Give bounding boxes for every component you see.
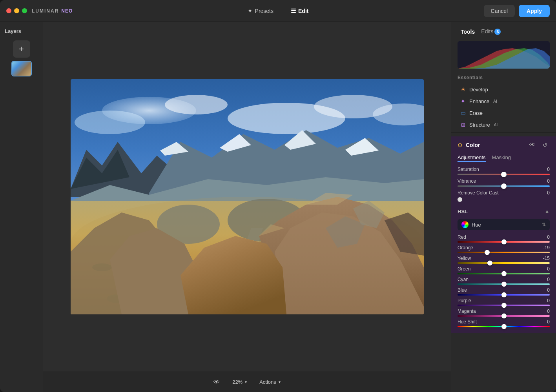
reset-icon[interactable]: ↺ [540, 140, 550, 150]
main-content: Layers + [0, 22, 556, 392]
structure-icon: ⊞ [460, 122, 466, 128]
hsl-green-thumb[interactable] [501, 271, 507, 276]
hsl-orange-row: Orange -19 [451, 244, 556, 254]
hsl-cyan-label: Cyan [458, 277, 468, 282]
title-center: ✦ Presets ☰ Edit [244, 5, 313, 17]
edit-label: Edit [298, 8, 308, 14]
hsl-green-track[interactable] [458, 273, 550, 274]
saturation-label-row: Saturation 0 [458, 167, 550, 172]
hsl-blue-label: Blue [458, 287, 467, 293]
hsl-magenta-row: Magenta 0 [451, 307, 556, 318]
canvas-container [43, 22, 451, 372]
tab-masking[interactable]: Masking [492, 154, 511, 162]
hsl-collapse-icon[interactable]: ▲ [544, 208, 550, 214]
remove-cast-dot[interactable] [458, 197, 462, 202]
remove-cast-value: 0 [540, 190, 550, 196]
hsl-red-value: 0 [540, 234, 550, 240]
vibrance-label-row: Vibrance 0 [458, 178, 550, 184]
hsl-cyan-value: 0 [540, 277, 550, 282]
hsl-header[interactable]: HSL ▲ [451, 205, 556, 218]
color-section-header[interactable]: ⊙ Color 👁 ↺ [451, 136, 556, 154]
visibility-toggle[interactable]: 👁 [210, 377, 223, 387]
hsl-purple-track[interactable] [458, 305, 550, 306]
hsl-orange-thumb[interactable] [485, 250, 490, 255]
edit-button[interactable]: ☰ Edit [287, 5, 312, 17]
zoom-control[interactable]: 22% ▾ [229, 377, 250, 387]
layer-thumb-image [12, 62, 31, 76]
hsl-purple-row: Purple 0 [451, 297, 556, 307]
svg-point-6 [75, 111, 145, 134]
close-button[interactable] [6, 8, 11, 13]
add-layer-button[interactable]: + [13, 40, 30, 58]
presets-icon: ✦ [248, 7, 253, 15]
hsl-yellow-track[interactable] [458, 262, 550, 264]
color-sub-tabs: Adjustments Masking [451, 154, 556, 165]
hsl-blue-thumb[interactable] [501, 292, 507, 298]
right-panel: Tools Edits6 Essentials [451, 22, 556, 392]
hsl-section: HSL ▲ Hue ⇅ [451, 203, 556, 333]
visibility-icon[interactable]: 👁 [528, 140, 537, 150]
layer-thumbnail[interactable] [11, 61, 32, 76]
remove-color-cast-row: Remove Color Cast 0 [451, 189, 556, 203]
traffic-lights [6, 8, 27, 13]
hsl-green-label: Green [458, 266, 470, 272]
vibrance-thumb[interactable] [501, 183, 507, 189]
tab-edits[interactable]: Edits6 [478, 27, 504, 36]
hsl-green-row: Green 0 [451, 265, 556, 276]
divider [451, 132, 556, 132]
hsl-hueshift-thumb[interactable] [501, 324, 507, 329]
remove-cast-label: Remove Color Cast [458, 190, 499, 196]
hsl-red-row: Red 0 [451, 233, 556, 244]
maximize-button[interactable] [22, 8, 27, 13]
apply-button[interactable]: Apply [519, 5, 550, 17]
hsl-selector-left: Hue [461, 221, 481, 228]
presets-label: Presets [255, 8, 273, 14]
hsl-red-track[interactable] [458, 241, 550, 243]
hsl-yellow-label: Yellow [458, 256, 471, 261]
tool-erase[interactable]: ▭ Erase [454, 107, 554, 119]
title-actions: Cancel Apply [484, 5, 550, 17]
tool-structure[interactable]: ⊞ Structure AI [454, 119, 554, 131]
hsl-yellow-thumb[interactable] [487, 261, 492, 266]
saturation-thumb[interactable] [501, 172, 507, 177]
tool-develop[interactable]: ☀ Develop [454, 83, 554, 95]
vibrance-slider-row: Vibrance 0 [451, 177, 556, 189]
cancel-button[interactable]: Cancel [484, 5, 515, 17]
hsl-yellow-row: Yellow -15 [451, 254, 556, 265]
hsl-magenta-label: Magenta [458, 309, 476, 314]
hsl-selector-label: Hue [472, 222, 481, 228]
remove-cast-label-row: Remove Color Cast 0 [458, 190, 550, 196]
tool-enhance[interactable]: ✦ Enhance AI [454, 95, 554, 107]
hsl-red-label: Red [458, 234, 466, 240]
hsl-cyan-thumb[interactable] [501, 282, 507, 287]
vibrance-track[interactable] [458, 185, 550, 187]
actions-chevron-icon: ▾ [279, 380, 281, 384]
structure-label: Structure [469, 122, 490, 128]
presets-button[interactable]: ✦ Presets [244, 5, 277, 17]
title-bar: LUMINAR NEO ✦ Presets ☰ Edit Cancel Appl… [0, 0, 556, 22]
erase-label: Erase [469, 110, 483, 116]
tab-tools[interactable]: Tools [458, 27, 478, 36]
develop-label: Develop [469, 87, 488, 93]
hsl-cyan-track[interactable] [458, 283, 550, 285]
actions-menu[interactable]: Actions ▾ [256, 377, 284, 387]
histogram-chart [458, 41, 550, 69]
hsl-blue-track[interactable] [458, 294, 550, 296]
app-window: LUMINAR NEO ✦ Presets ☰ Edit Cancel Appl… [0, 0, 556, 392]
hsl-magenta-track[interactable] [458, 315, 550, 317]
actions-label: Actions [259, 379, 276, 385]
tab-adjustments[interactable]: Adjustments [458, 154, 486, 162]
hsl-magenta-thumb[interactable] [501, 314, 507, 319]
hsl-selector[interactable]: Hue ⇅ [458, 219, 550, 230]
eye-icon: 👁 [213, 379, 220, 386]
hsl-purple-thumb[interactable] [501, 303, 507, 308]
enhance-ai-badge: AI [493, 99, 497, 103]
structure-ai-badge: AI [494, 123, 498, 127]
minimize-button[interactable] [14, 8, 19, 13]
hsl-hueshift-track[interactable] [458, 326, 550, 327]
saturation-track[interactable] [458, 174, 550, 175]
hsl-red-thumb[interactable] [501, 240, 507, 245]
hsl-orange-track[interactable] [458, 252, 550, 253]
develop-icon: ☀ [460, 86, 466, 93]
erase-icon: ▭ [460, 110, 466, 116]
